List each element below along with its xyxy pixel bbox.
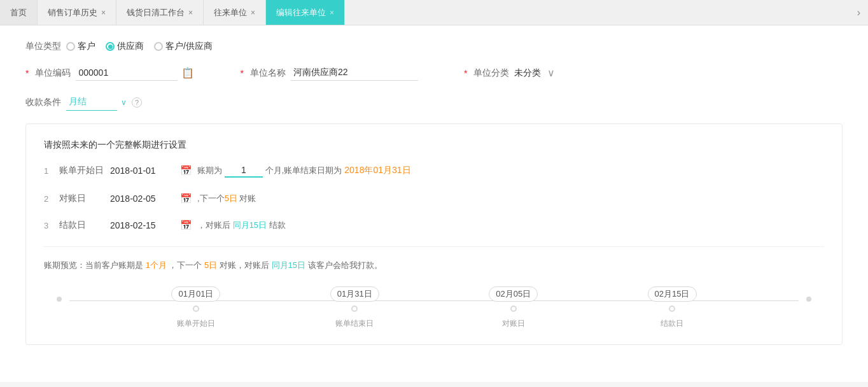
timeline-label-2: 账单结束日 [335,318,374,329]
radio-supplier-circle [106,42,115,51]
step-3-highlight: 同月15日 [233,220,267,230]
unit-type-row: 单位类型 客户 供应商 客户/供应商 [25,41,843,52]
step-2-num: 2 [44,194,59,204]
tab-edit-partner[interactable]: 编辑往来单位 × [266,0,345,25]
name-required-star: * [240,68,243,78]
payment-condition-dropdown[interactable]: 月结 ∨ [66,94,127,111]
settings-card: 请按照未来的一个完整帐期进行设置 1 账单开始日 2018-01-01 📅 账期… [25,123,843,345]
timeline-node-3: 02月05日 对账日 [489,286,538,329]
payment-chevron-down-icon[interactable]: ∨ [121,98,127,107]
preview-part4: 对账，对账后 [220,260,269,270]
step-2-highlight: 5日 [225,194,237,203]
step-2-desc: ,下一个5日 对账 [197,193,256,204]
tab-edit-partner-label: 编辑往来单位 [276,7,326,18]
timeline-end-dot [806,297,811,302]
step-1-end-date: 2018年01月31日 [344,165,410,176]
tab-home-label: 首页 [10,7,27,18]
close-cash-work-icon[interactable]: × [188,8,193,17]
step-1-num: 1 [44,166,59,176]
timeline-node-1: 01月01日 账单开始日 [171,286,220,329]
card-instruction: 请按照未来的一个完整帐期进行设置 [44,139,824,151]
step-1-calendar-icon[interactable]: 📅 [180,165,192,176]
tab-sales-history-label: 销售订单历史 [48,7,97,18]
unit-code-input[interactable] [76,65,178,81]
radio-customer-supplier-label: 客户/供应商 [165,41,213,52]
step-1-period-label: 账期为 [197,165,222,176]
unit-type-label: 单位类型 [25,41,61,52]
preview-part5: 同月15日 [272,260,305,270]
step-1-label: 账单开始日 [59,165,110,176]
radio-customer[interactable]: 客户 [66,41,95,52]
step-3-calendar-icon[interactable]: 📅 [180,220,192,231]
timeline-badge-4: 02月15日 [648,286,697,302]
step-1-row: 1 账单开始日 2018-01-01 📅 账期为 个月,账单结束日期为 2018… [44,164,824,178]
timeline-dot-3 [510,306,517,312]
unit-name-input[interactable] [291,65,418,81]
unit-name-label: 单位名称 [250,67,286,79]
timeline-label-1: 账单开始日 [177,318,215,329]
preview-part1: 1个月 [146,260,167,270]
timeline-dot-4 [669,306,675,312]
radio-supplier-label: 供应商 [117,41,144,52]
preview-label: 账期预览：当前客户账期是 [44,260,143,270]
timeline-node-4: 02月15日 结款日 [648,286,697,329]
timeline-start-dot [57,297,62,302]
close-edit-partner-icon[interactable]: × [330,8,334,17]
unit-category-dropdown[interactable]: 未分类 ∨ [514,67,555,79]
preview-section: 账期预览：当前客户账期是 1个月 ，下一个 5日 对账，对账后 同月15日 该客… [44,246,824,329]
preview-part6: 该客户会给我打款。 [308,260,382,270]
tab-cash-work-label: 钱货日清工作台 [127,7,185,18]
timeline-badge-1: 01月01日 [171,286,220,302]
help-icon[interactable]: ? [132,97,142,108]
tab-partner-list-label: 往来单位 [214,7,247,18]
step-2-label: 对账日 [59,193,110,204]
timeline-node-2: 01月31日 账单结束日 [330,286,379,329]
step-1-period-unit: 个月,账单结束日期为 [265,165,342,176]
tab-partner-list[interactable]: 往来单位 × [204,0,266,25]
radio-supplier[interactable]: 供应商 [106,41,144,52]
step-3-num: 3 [44,221,59,230]
timeline-label-4: 结款日 [661,318,683,329]
step-3-date: 2018-02-15 [110,220,180,230]
payment-condition-label: 收款条件 [25,97,61,108]
step-2-row: 2 对账日 2018-02-05 📅 ,下一个5日 对账 [44,193,824,204]
tab-sales-history[interactable]: 销售订单历史 × [38,0,116,25]
tab-cash-work[interactable]: 钱货日清工作台 × [116,0,204,25]
radio-customer-label: 客户 [78,41,95,52]
category-required-star: * [464,68,467,78]
timeline: 01月01日 账单开始日 01月31日 账单结束日 02月05日 [44,286,824,329]
radio-customer-supplier-circle [154,42,163,51]
unit-info-row: * 单位编码 📋 * 单位名称 * 单位分类 未分类 ∨ [25,65,843,81]
preview-text: 账期预览：当前客户账期是 1个月 ，下一个 5日 对账，对账后 同月15日 该客… [44,260,824,271]
timeline-dot-2 [351,306,358,312]
category-chevron-down-icon[interactable]: ∨ [547,67,555,79]
payment-condition-row: 收款条件 月结 ∨ ? [25,94,843,111]
step-1-date: 2018-01-01 [110,165,180,176]
tab-home[interactable]: 首页 [0,0,38,25]
preview-part2: ，下一个 [169,260,202,270]
close-sales-history-icon[interactable]: × [101,8,106,17]
period-value-input[interactable] [225,164,263,178]
main-content: 单位类型 客户 供应商 客户/供应商 * 单位编码 📋 * 单位名称 [0,25,868,382]
code-required-star: * [25,68,29,78]
step-3-desc: ，对账后 同月15日 结款 [197,220,286,231]
timeline-label-3: 对账日 [502,318,525,329]
unit-category-label: 单位分类 [473,67,509,79]
payment-condition-value: 月结 [66,94,117,111]
timeline-badge-2: 01月31日 [330,286,379,302]
unit-category-value: 未分类 [514,67,541,79]
tab-more-button[interactable]: › [850,7,868,18]
timeline-badge-3: 02月05日 [489,286,538,302]
step-2-date: 2018-02-05 [110,194,180,204]
preview-part3: 5日 [204,260,217,270]
unit-code-label: 单位编码 [35,67,71,79]
copy-icon[interactable]: 📋 [181,67,194,79]
tab-bar: 首页 销售订单历史 × 钱货日清工作台 × 往来单位 × 编辑往来单位 × › [0,0,868,25]
radio-customer-circle [66,42,75,51]
step-3-label: 结款日 [59,220,110,231]
radio-customer-supplier[interactable]: 客户/供应商 [154,41,213,52]
timeline-dot-1 [193,306,199,312]
step-3-row: 3 结款日 2018-02-15 📅 ，对账后 同月15日 结款 [44,220,824,231]
step-2-calendar-icon[interactable]: 📅 [180,193,192,204]
close-partner-list-icon[interactable]: × [251,8,255,17]
